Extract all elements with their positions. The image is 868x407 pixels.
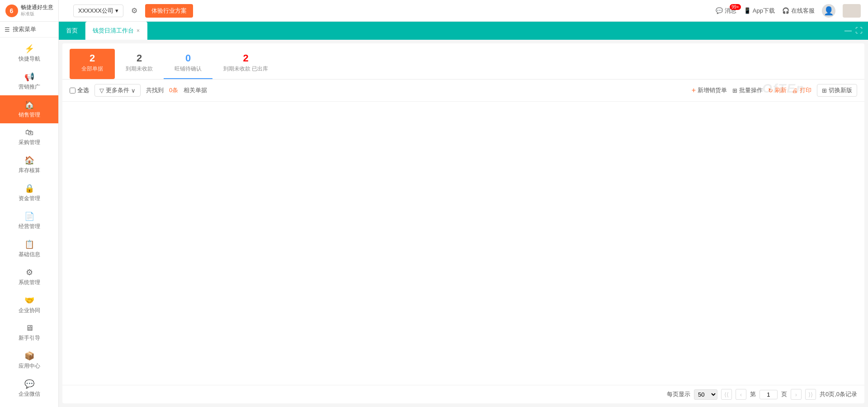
select-all-input[interactable] [70,88,75,94]
switch-label: 切换新版 [829,86,852,94]
settings-button[interactable]: ⚙ [127,4,142,18]
filter-icon: ▽ [99,87,104,94]
sidebar-item-app-center[interactable]: 📦 应用中心 [0,346,58,374]
operations-icon: 📄 [24,211,34,221]
toolbar: 全选 ▽ 更多条件 ∨ 共找到 0条 相关单据 + 新增销货单 ⊞ 批量操作 [62,80,864,102]
batch-icon: ⊞ [732,87,737,94]
page-word: 第 [750,390,756,398]
found-count: 0条 [169,86,178,94]
sidebar-item-basic-info[interactable]: 📋 基础信息 [0,235,58,263]
finance-icon: 🔒 [24,183,34,193]
basic-info-icon: 📋 [24,239,34,249]
service-icon: 🎧 [782,7,789,14]
sidebar-item-sales[interactable]: 🏠 销售管理 [0,95,58,123]
per-page-select[interactable]: 50 100 200 [694,389,717,400]
last-page-button[interactable]: ⟩⟩ [805,389,816,400]
stat-overdue-label: 到期未收款 [126,65,153,73]
sidebar-item-wecom[interactable]: 💬 企业微信 [0,374,58,402]
refresh-button[interactable]: ↻ 刷新 [768,86,787,94]
top-right-area: 💬 消息 99+ 📱 App下载 🎧 在线客服 👤 [716,4,861,18]
sidebar-item-operations[interactable]: 📄 经营管理 [0,207,58,235]
sidebar-item-purchase[interactable]: 🛍 采购管理 [0,123,58,151]
plus-icon: + [692,86,696,94]
tab-label: 钱货日清工作台 [93,27,134,35]
enterprise-icon: 🤝 [24,295,34,305]
filter-button[interactable]: ▽ 更多条件 ∨ [94,84,141,97]
stat-shipped-number: 2 [243,52,249,64]
wecom-icon: 💬 [24,379,34,389]
sidebar-item-label: 企业协同 [19,307,40,314]
top-bar: XXXXXX公司 ▾ ⚙ 体验行业方案 💬 消息 99+ 📱 App下载 🎧 在… [59,0,868,22]
switch-version-button[interactable]: ⊞ 切换新版 [817,84,857,97]
avatar[interactable]: 👤 [822,4,835,18]
table-area [62,102,864,385]
beginner-icon: 🖥 [25,323,33,333]
tab-home[interactable]: 首页 [59,22,85,40]
message-icon: 💬 [716,7,723,14]
sidebar-item-label: 资金管理 [19,195,40,202]
stat-all-number: 2 [90,52,95,64]
online-service-label: 在线客服 [791,7,815,15]
sidebar-item-marketing[interactable]: 📢 营销推广 [0,67,58,95]
search-icon: ☰ [5,26,10,33]
stat-tab-overdue-shipped[interactable]: 2 到期未收款 已出库 [212,49,279,79]
user-name-area [843,4,861,18]
sidebar-item-member[interactable]: ✌ 畅会员 [0,402,58,407]
sidebar-item-label: 营销推广 [19,83,40,91]
add-sale-button[interactable]: + 新增销货单 [692,86,727,94]
sidebar-item-enterprise[interactable]: 🤝 企业协同 [0,291,58,319]
sidebar-logo: 6 畅捷通好生意 标准版 [0,0,58,22]
toolbar-right: + 新增销货单 ⊞ 批量操作 ↻ 刷新 🖨 打印 ⊞ 切换新版 [692,84,857,97]
stat-tab-all[interactable]: 2 全部单据 [70,49,115,79]
company-selector[interactable]: XXXXXX公司 ▾ [73,5,123,17]
sidebar-item-label: 库存核算 [19,167,40,174]
sidebar-item-beginner[interactable]: 🖥 新手引导 [0,319,58,346]
sidebar-search[interactable]: ☰ 搜索菜单 [0,22,58,37]
sidebar-item-inventory[interactable]: 🏠 库存核算 [0,151,58,179]
refresh-icon: ↻ [768,87,773,94]
found-text: 共找到 [146,86,164,94]
select-all-checkbox[interactable]: 全选 [70,86,89,94]
app-center-icon: 📦 [24,351,34,361]
try-industry-button[interactable]: 体验行业方案 [145,4,193,18]
next-page-button[interactable]: › [791,389,802,400]
company-name: XXXXXX公司 [78,7,113,15]
filter-chevron-icon: ∨ [131,87,136,94]
stat-tab-overdue[interactable]: 2 到期未收款 [115,49,164,79]
content-inner: 2 全部单据 2 到期未收款 0 旺铺待确认 2 到期未收款 已出库 全选 [62,43,864,403]
tab-maximize-icon[interactable]: ⛶ [855,27,863,35]
marketing-icon: 📢 [24,72,34,82]
page-input[interactable] [760,390,778,399]
sidebar-item-system[interactable]: ⚙ 系统管理 [0,263,58,291]
messages-button[interactable]: 💬 消息 99+ [716,7,736,15]
print-icon: 🖨 [792,87,798,94]
stat-all-label: 全部单据 [81,65,103,73]
tab-actions: — ⛶ [844,27,868,35]
print-button[interactable]: 🖨 打印 [792,86,811,94]
message-badge: 99+ [730,4,741,10]
stat-shipped-label: 到期未收款 已出库 [223,65,268,73]
sidebar-item-label: 应用中心 [19,362,40,370]
main-content: 2 全部单据 2 到期未收款 0 旺铺待确认 2 到期未收款 已出库 全选 [59,40,868,407]
found-suffix: 相关单据 [184,86,207,94]
prev-page-button[interactable]: ‹ [736,389,746,400]
tab-close-icon[interactable]: × [137,28,140,34]
online-service-button[interactable]: 🎧 在线客服 [782,7,815,15]
chevron-down-icon: ▾ [115,7,118,14]
batch-button[interactable]: ⊞ 批量操作 [732,86,763,94]
stat-tab-wangpu[interactable]: 0 旺铺待确认 [164,49,212,79]
inventory-icon: 🏠 [24,155,34,165]
total-records: 共0页,0条记录 [820,390,857,398]
sidebar-item-label: 基础信息 [19,251,40,258]
batch-label: 批量操作 [739,86,763,94]
sidebar-item-finance[interactable]: 🔒 资金管理 [0,179,58,207]
pagination-bar: 每页显示 50 100 200 ⟨⟨ ‹ 第 页 › ⟩⟩ 共0页,0条记录 [62,385,864,403]
first-page-button[interactable]: ⟨⟨ [721,389,732,400]
stat-wangpu-number: 0 [185,52,191,64]
tab-qrqt[interactable]: 钱货日清工作台 × [85,22,147,40]
sidebar: 6 畅捷通好生意 标准版 ☰ 搜索菜单 ⚡ 快捷导航 📢 营销推广 🏠 销售管理… [0,0,59,407]
sidebar-item-quick-nav[interactable]: ⚡ 快捷导航 [0,39,58,67]
tab-minimize-icon[interactable]: — [844,27,852,35]
app-name: 畅捷通好生意 [21,4,53,11]
app-download-button[interactable]: 📱 App下载 [744,7,775,15]
